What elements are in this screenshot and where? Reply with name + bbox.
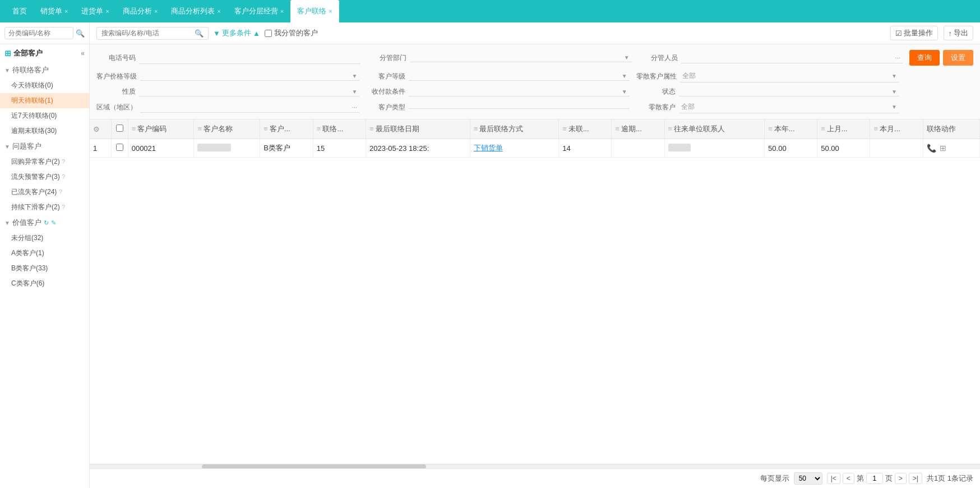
top-navigation: 首页 销货单 × 进货单 × 商品分析 × 商品分析列表 × 客户分层经营 × … — [0, 0, 980, 22]
cell-this-year: 50.00 — [765, 139, 817, 158]
week-pending-item[interactable]: 近7天待联络(0) — [0, 108, 89, 123]
close-customer-tier-icon[interactable]: × — [280, 8, 284, 15]
per-page-select[interactable]: 50 100 200 — [794, 472, 822, 485]
more-filter-btn[interactable]: ▼ 更多条件 ▲ — [213, 28, 260, 38]
churned-item[interactable]: 已流失客户(24) ? — [0, 185, 89, 200]
row-checkbox[interactable] — [116, 144, 123, 151]
my-customers-checkbox[interactable] — [265, 30, 272, 37]
sidebar-search-input[interactable] — [4, 27, 73, 39]
refresh-icon[interactable]: ↻ — [44, 219, 49, 227]
edit-value-icon[interactable]: ✎ — [51, 219, 56, 227]
ungrouped-item[interactable]: 未分组(32) — [0, 231, 89, 246]
search-input[interactable] — [101, 29, 195, 37]
sidebar: 🔍 ⊞ 全部客户 « ▼ 待联络客户 今天待联络(0) 明天待联络(1) 近7天… — [0, 22, 90, 488]
a-class-item[interactable]: A类客户(1) — [0, 246, 89, 261]
arrow-down-icon: ▼ — [4, 67, 10, 73]
close-purchase-order-icon[interactable]: × — [105, 8, 109, 15]
payment-filter: 收付款条件 ▼ — [366, 87, 629, 96]
declining-item[interactable]: 持续下滑客户(2) ? — [0, 200, 89, 215]
filter-row-4: 区域（地区） ··· 客户类型 零散客户 全部 ▼ — [96, 101, 973, 113]
region-select[interactable]: ··· — [140, 102, 359, 113]
today-pending-item[interactable]: 今天待联络(0) — [0, 78, 89, 93]
th-last-contact-date[interactable]: 最后联络日期 — [366, 119, 470, 139]
export-icon: ↑ — [949, 29, 953, 38]
nav-sales-order[interactable]: 销货单 × — [34, 0, 75, 22]
nav-customer-contact[interactable]: 客户联络 × — [290, 0, 339, 22]
th-contact[interactable]: 联络... — [313, 119, 366, 139]
search-icon[interactable]: 🔍 — [195, 29, 204, 38]
setting-button[interactable]: 设置 — [943, 50, 973, 66]
nav-customer-tier[interactable]: 客户分层经营 × — [228, 0, 290, 22]
cell-last-month: 50.00 — [817, 139, 870, 158]
nav-home[interactable]: 首页 — [6, 0, 34, 22]
nature-filter: 性质 ▼ — [96, 87, 359, 96]
per-page-label: 每页显示 — [760, 473, 789, 484]
pending-contact-title[interactable]: ▼ 待联络客户 — [0, 62, 89, 78]
customer-type-select[interactable] — [409, 106, 629, 109]
close-customer-contact-icon[interactable]: × — [329, 8, 332, 15]
status-select[interactable]: ▼ — [679, 88, 899, 96]
last-page-btn[interactable]: >| — [909, 473, 922, 484]
cell-contact: 15 — [313, 139, 366, 158]
dept-select[interactable]: ▼ — [410, 53, 631, 62]
th-overdue[interactable]: 逾期... — [612, 119, 664, 139]
chevron-down-icon7: ▼ — [891, 89, 897, 95]
th-customer-name[interactable]: 客户名称 — [194, 119, 260, 139]
price-grade-select[interactable]: ▼ — [140, 72, 359, 81]
retail-select[interactable]: 全部 ▼ — [679, 101, 899, 113]
chevron-down-icon2: ▼ — [352, 73, 357, 79]
last-contact-link[interactable]: 下销货单 — [474, 144, 503, 152]
retail-attr-select[interactable]: 全部 ▼ — [680, 70, 899, 82]
payment-select[interactable]: ▼ — [409, 88, 629, 96]
close-product-analysis-icon[interactable]: × — [154, 8, 158, 15]
churn-warning-item[interactable]: 流失预警客户(3) ? — [0, 169, 89, 185]
th-this-month[interactable]: 本月... — [870, 119, 923, 139]
phone-action-icon[interactable]: 📞 — [927, 144, 936, 153]
close-sales-order-icon[interactable]: × — [64, 8, 68, 15]
person-label: 分管人员 — [639, 53, 678, 63]
overdue-contact-item[interactable]: 逾期未联络(30) — [0, 123, 89, 139]
collapse-icon[interactable]: « — [81, 49, 85, 57]
th-not-contacted[interactable]: 未联... — [559, 119, 612, 139]
repurchase-anomaly-item[interactable]: 回购异常客户(2) ? — [0, 154, 89, 169]
next-page-btn[interactable]: > — [895, 473, 907, 484]
page-number-input[interactable] — [866, 473, 883, 484]
b-class-item[interactable]: B类客户(33) — [0, 261, 89, 276]
phone-input[interactable] — [139, 52, 360, 64]
horizontal-scrollbar[interactable] — [90, 464, 980, 468]
nav-product-analysis-list[interactable]: 商品分析列表 × — [164, 0, 227, 22]
select-all-checkbox[interactable] — [116, 125, 123, 132]
retail-attr-label: 零散客户属性 — [636, 72, 677, 81]
query-button[interactable]: 查询 — [909, 50, 940, 66]
prev-page-btn[interactable]: < — [843, 473, 854, 484]
page-label: 第 — [857, 473, 864, 484]
th-customer-type[interactable]: 客户... — [260, 119, 313, 139]
dept-label: 分管部门 — [367, 53, 406, 63]
batch-operation-btn[interactable]: ☑ 批量操作 — [890, 26, 938, 40]
nav-purchase-order[interactable]: 进货单 × — [75, 0, 115, 22]
th-last-contact-method[interactable]: 最后联络方式 — [470, 119, 558, 139]
tomorrow-pending-item[interactable]: 明天待联络(1) — [0, 93, 89, 108]
close-product-analysis-list-icon[interactable]: × — [217, 8, 220, 15]
c-class-item[interactable]: C类客户(6) — [0, 276, 89, 291]
problem-customers-title[interactable]: ▼ 问题客户 — [0, 139, 89, 154]
th-last-month[interactable]: 上月... — [817, 119, 870, 139]
th-this-year[interactable]: 本年... — [765, 119, 817, 139]
sidebar-search-icon[interactable]: 🔍 — [76, 29, 85, 38]
first-page-btn[interactable]: |< — [827, 473, 840, 484]
th-customer-code[interactable]: 客户编码 — [128, 119, 194, 139]
nav-product-analysis[interactable]: 商品分析 × — [116, 0, 164, 22]
all-customers-header[interactable]: ⊞ 全部客户 « — [0, 44, 89, 62]
my-customers-toggle[interactable]: 我分管的客户 — [265, 28, 318, 38]
customer-grade-select[interactable]: ▼ — [409, 72, 629, 81]
nature-select[interactable]: ▼ — [139, 88, 359, 96]
export-btn[interactable]: ↑ 导出 — [944, 26, 974, 40]
value-customers-title[interactable]: ▼ 价值客户 ↻ ✎ — [0, 215, 89, 231]
person-select[interactable]: ··· — [681, 53, 903, 63]
grid-action-icon[interactable]: ⊞ — [940, 144, 946, 153]
th-contacts[interactable]: 往来单位联系人 — [664, 119, 765, 139]
filter-row-2: 客户价格等级 ▼ 客户等级 ▼ 零散客户属性 全部 — [96, 70, 973, 82]
gear-icon[interactable]: ⚙ — [93, 125, 100, 133]
chevron-up-icon: ▲ — [253, 29, 260, 38]
region-label: 区域（地区） — [96, 103, 137, 112]
